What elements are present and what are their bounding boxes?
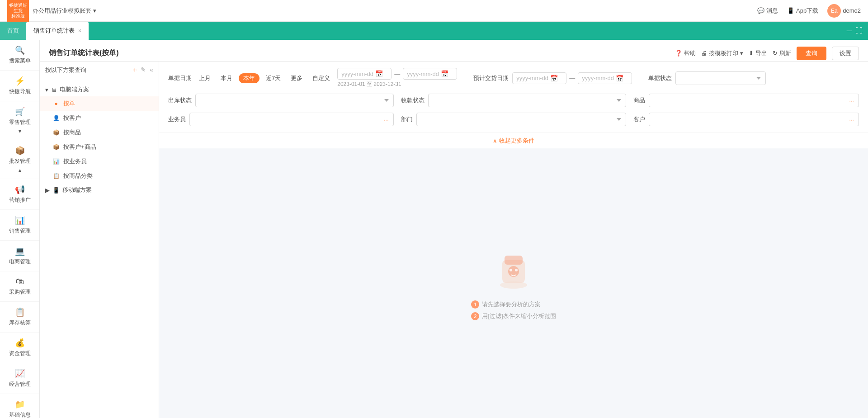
shortcut-this-year[interactable]: 本年 xyxy=(239,73,259,83)
mobile-group-arrow-icon: ▶ xyxy=(45,187,50,194)
collapse-bar[interactable]: ∧ 收起更多条件 xyxy=(159,133,868,148)
sidebar-item-inventory[interactable]: 📋 库存核算 xyxy=(0,302,39,332)
goods-filter-label: 商品 xyxy=(633,96,645,104)
scheme-item-by-salesperson[interactable]: 📊 按业务员 xyxy=(40,154,159,169)
pc-scheme-group[interactable]: ▾ 🖥 电脑端方案 xyxy=(40,83,159,96)
customer-filter-group: 客户 ··· xyxy=(633,113,859,126)
svg-point-5 xyxy=(515,269,518,271)
sidebar-item-ecommerce[interactable]: 💻 电商管理 xyxy=(0,241,39,271)
customer-dots[interactable]: ··· xyxy=(849,116,854,123)
scheme-by-cg-icon: 📦 xyxy=(52,143,60,151)
empty-hint-1: 1 请先选择要分析的方案 xyxy=(471,300,556,309)
filter-row-1: 单据日期 上月 本月 本年 近7天 更多 自定义 xyxy=(168,68,859,88)
sales-icon: 📊 xyxy=(15,215,25,225)
exp-end-cal-icon: 📅 xyxy=(616,75,623,82)
left-panel-header: 按以下方案查询 + ✎ « xyxy=(40,62,159,79)
scheme-item-by-category[interactable]: 📋 按商品分类 xyxy=(40,169,159,183)
shortcut-last-month[interactable]: 上月 xyxy=(195,73,214,83)
expected-date-label: 预计交货日期 xyxy=(473,74,509,82)
collapse-panel-icon[interactable]: « xyxy=(150,66,153,74)
top-bar: 畅捷通好生意 标准版 办公用品行业模拟账套 ▾ 💬 消息 📱 App下载 Ea … xyxy=(0,0,868,22)
ecommerce-icon: 💻 xyxy=(15,246,25,256)
sidebar-item-sales[interactable]: 📊 销售管理 xyxy=(0,210,39,241)
tab-bar-actions: ─ ⛶ xyxy=(847,27,868,35)
department-select[interactable] xyxy=(416,113,627,126)
scheme-by-cat-icon: 📋 xyxy=(52,172,60,180)
sidebar-item-marketing[interactable]: 📢 营销推广 xyxy=(0,179,39,210)
department-filter-group: 部门 xyxy=(401,113,627,126)
goods-filter-group: 商品 ··· xyxy=(633,94,859,107)
query-button[interactable]: 查询 xyxy=(797,47,826,60)
shortcut-7days[interactable]: 近7天 xyxy=(262,73,284,83)
hint-num-1: 1 xyxy=(471,300,479,309)
message-btn[interactable]: 💬 消息 xyxy=(757,7,778,15)
sidebar: 🔍 搜索菜单 ⚡ 快捷导航 🛒 零售管理 ▾ 📦 批发管理 ▴ 📢 营销推广 📊… xyxy=(0,40,40,418)
expected-date-divider: — xyxy=(569,75,575,81)
tab-sales-report[interactable]: 销售订单统计表 × xyxy=(26,22,89,40)
salesperson-input[interactable]: ··· xyxy=(189,113,394,126)
scheme-item-by-doc[interactable]: ● 按单 xyxy=(40,96,159,111)
doc-status-group: 单据状态 xyxy=(648,71,859,85)
customer-input[interactable]: ··· xyxy=(649,113,859,126)
window-maximize-icon[interactable]: ⛶ xyxy=(855,27,863,35)
inventory-icon: 📋 xyxy=(15,307,25,317)
scheme-list: ▾ 🖥 电脑端方案 ● 按单 👤 按客户 📦 按商品 xyxy=(40,79,159,200)
scheme-item-by-customer[interactable]: 👤 按客户 xyxy=(40,111,159,125)
operations-icon: 📈 xyxy=(15,369,25,379)
shortcut-custom[interactable]: 自定义 xyxy=(309,73,334,83)
start-date-input[interactable]: yyyy-mm-dd 📅 xyxy=(337,68,392,80)
expected-end-date[interactable]: yyyy-mm-dd 📅 xyxy=(578,72,632,84)
shortcut-more[interactable]: 更多 xyxy=(287,73,306,83)
mobile-group-icon: 📱 xyxy=(52,187,60,194)
sidebar-item-basic-info[interactable]: 📁 基础信息 xyxy=(0,394,39,418)
sidebar-item-quick-nav[interactable]: ⚡ 快捷导航 xyxy=(0,71,39,101)
sidebar-item-search[interactable]: 🔍 搜索菜单 xyxy=(0,40,39,71)
sidebar-item-finance[interactable]: 💰 资金管理 xyxy=(0,332,39,363)
tab-close-icon[interactable]: × xyxy=(78,28,81,34)
doc-status-select[interactable] xyxy=(675,71,766,85)
print-icon: 🖨 xyxy=(701,50,707,57)
payment-status-select[interactable] xyxy=(428,94,627,107)
left-panel: 按以下方案查询 + ✎ « ▾ 🖥 电脑端方案 ● 按单 xyxy=(40,62,159,418)
edit-scheme-icon[interactable]: ✎ xyxy=(141,66,146,74)
refresh-btn[interactable]: ↻ 刷新 xyxy=(773,49,791,57)
empty-svg xyxy=(491,247,536,292)
exp-start-cal-icon: 📅 xyxy=(550,75,558,82)
sidebar-item-wholesale[interactable]: 📦 批发管理 ▴ xyxy=(0,140,39,179)
print-btn[interactable]: 🖨 按模板打印 ▾ xyxy=(701,49,743,57)
empty-state: 1 请先选择要分析的方案 2 用[过滤]条件来缩小分析范围 xyxy=(159,148,868,418)
filter-row-3: 业务员 ··· 部门 xyxy=(168,113,859,126)
industry-selector[interactable]: 办公用品行业模拟账套 ▾ xyxy=(33,7,96,15)
empty-hint-2: 2 用[过滤]条件来缩小分析范围 xyxy=(471,312,556,320)
expected-start-date[interactable]: yyyy-mm-dd 📅 xyxy=(512,72,566,84)
date-range-display: 2023-01-01 至 2023-12-31 xyxy=(337,81,457,88)
user-profile[interactable]: Ea demo2 xyxy=(827,4,861,18)
add-scheme-icon[interactable]: + xyxy=(133,66,137,74)
retail-icon: 🛒 xyxy=(15,107,25,117)
department-label: 部门 xyxy=(401,115,413,124)
sidebar-item-operations[interactable]: 📈 经营管理 xyxy=(0,363,39,394)
salesperson-dots[interactable]: ··· xyxy=(384,116,389,123)
scheme-item-by-customer-goods[interactable]: 📦 按客户+商品 xyxy=(40,140,159,154)
setting-button[interactable]: 设置 xyxy=(832,47,859,60)
app-download-btn[interactable]: 📱 App下载 xyxy=(787,7,818,15)
tab-home[interactable]: 首页 xyxy=(0,22,26,40)
end-date-input[interactable]: yyyy-mm-dd 📅 xyxy=(403,68,457,80)
retail-arrow-icon: ▾ xyxy=(19,128,21,134)
collapse-up-icon: ∧ xyxy=(493,138,497,144)
goods-input[interactable]: ··· xyxy=(649,94,859,107)
mobile-scheme-group[interactable]: ▶ 📱 移动端方案 xyxy=(40,183,159,197)
delivery-status-select[interactable] xyxy=(195,94,394,107)
shortcut-this-month[interactable]: 本月 xyxy=(217,73,236,83)
window-minimize-icon[interactable]: ─ xyxy=(847,27,852,35)
sidebar-item-purchase[interactable]: 🛍 采购管理 xyxy=(0,271,39,302)
date-input-group: yyyy-mm-dd 📅 — yyyy-mm-dd 📅 xyxy=(337,68,457,80)
export-btn[interactable]: ⬇ 导出 xyxy=(749,49,767,57)
sidebar-item-retail[interactable]: 🛒 零售管理 ▾ xyxy=(0,101,39,140)
scheme-item-by-goods[interactable]: 📦 按商品 xyxy=(40,125,159,140)
scheme-by-goods-icon: 📦 xyxy=(52,129,60,136)
goods-dots[interactable]: ··· xyxy=(849,97,854,104)
print-dropdown-icon: ▾ xyxy=(740,50,743,57)
top-bar-right: 💬 消息 📱 App下载 Ea demo2 xyxy=(757,4,861,18)
help-btn[interactable]: ❓ 帮助 xyxy=(675,49,696,57)
